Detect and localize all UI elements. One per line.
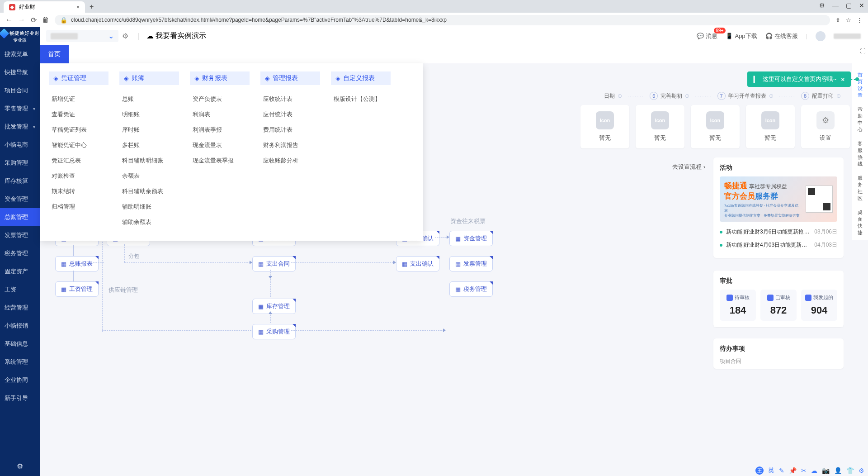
online-service-button[interactable]: 🎧 在线客服 [765,32,798,40]
sidebar-item-12[interactable]: 固定资产 [0,262,40,281]
menu-category-4[interactable]: ◈自定义报表 [331,71,391,85]
browser-tab[interactable]: ◆ 好业财 × [4,1,85,13]
rail-item-2[interactable]: 客服热线 [856,137,864,171]
menu-link-0-5[interactable]: 对账检查 [49,168,115,184]
ime-icon[interactable]: 王 [755,466,764,475]
approval-card-0[interactable]: 待审核184 [720,290,756,321]
fullscreen-icon[interactable]: ⛶ [860,48,865,54]
sidebar-item-5[interactable]: 小畅电商 [0,136,40,154]
sidebar-item-18[interactable]: 企业协同 [0,371,40,389]
ime-mode[interactable]: 英 [768,466,774,475]
menu-link-1-5[interactable]: 余额表 [119,168,185,184]
node-expense[interactable]: ▦支出合同 [252,256,296,271]
rail-item-3[interactable]: 服务社区 [856,171,864,205]
menu-icon[interactable]: ⋮ [857,17,863,24]
messages-button[interactable]: 💬 消息 99+ [697,32,717,40]
step-3[interactable]: 8配置打印⊙ [801,92,841,100]
sidebar-item-10[interactable]: 发票管理 [0,226,40,244]
menu-link-0-3[interactable]: 智能凭证中心 [49,138,115,153]
sidebar-item-17[interactable]: 系统管理 [0,353,40,371]
quick-card-1[interactable]: Icon暂无 [636,105,684,148]
menu-link-3-0[interactable]: 应收统计表 [260,91,326,107]
sidebar-item-7[interactable]: 库存核算 [0,172,40,190]
tip-close-icon[interactable]: × [841,76,844,83]
scissors-tray-icon[interactable]: ✂ [801,467,807,474]
sidebar-item-14[interactable]: 经营管理 [0,299,40,317]
new-tab-button[interactable]: + [85,1,98,13]
org-settings-icon[interactable]: ⚙ [122,32,128,40]
sidebar-item-8[interactable]: 资金管理 [0,190,40,208]
node-salary[interactable]: ▦工资管理 [55,281,99,297]
menu-link-0-4[interactable]: 凭证汇总表 [49,153,115,168]
menu-link-1-4[interactable]: 科目辅助明细账 [119,153,185,168]
node-expense-confirm[interactable]: ▦支出确认 [396,256,439,271]
sidebar-item-13[interactable]: 工资 [0,281,40,299]
menu-category-1[interactable]: ◈账簿 [119,71,179,85]
node-purchase[interactable]: ▦采购管理 [252,324,296,339]
rail-item-0[interactable]: 首页设置 [856,68,864,102]
menu-link-2-4[interactable]: 现金流量表季报 [190,153,256,168]
menu-link-2-0[interactable]: 资产负债表 [190,91,256,107]
address-bar[interactable]: 🔒 cloud.chanjet.com/cc/u6d89qwnryel/57bf… [55,15,830,25]
menu-link-1-2[interactable]: 序时账 [119,122,185,138]
window-minimize-icon[interactable]: — [832,2,839,9]
camera-tray-icon[interactable]: 📷 [822,467,830,474]
tab-home[interactable]: 首页 [40,45,69,63]
menu-link-0-6[interactable]: 期末结转 [49,184,115,199]
org-selector[interactable]: ⌄ [46,30,118,42]
sidebar-item-0[interactable]: 搜索菜单 [0,45,40,63]
menu-category-0[interactable]: ◈凭证管理 [49,71,108,85]
person-tray-icon[interactable]: 👤 [834,467,842,474]
node-funds[interactable]: ▦资金管理 [449,231,493,246]
pin-tray-icon[interactable]: 📌 [789,467,797,474]
quick-card-0[interactable]: Icon暂无 [580,105,629,148]
nav-delete-icon[interactable]: 🗑 [42,16,49,24]
sidebar-item-4[interactable]: 批发管理▾ [0,118,40,136]
menu-link-3-4[interactable]: 应收账龄分析 [260,153,326,168]
quick-card-3[interactable]: Icon暂无 [746,105,795,148]
edit-tray-icon[interactable]: ✎ [779,467,784,474]
window-close-icon[interactable]: ✕ [859,2,864,9]
menu-link-2-3[interactable]: 现金流量表 [190,138,256,153]
menu-link-3-2[interactable]: 费用统计表 [260,122,326,138]
rail-item-4[interactable]: 桌面快捷 [856,205,864,240]
gear-tray-icon[interactable]: ⚙ [859,467,864,474]
sidebar-item-9[interactable]: 总账管理 [0,208,40,226]
approval-card-2[interactable]: 我发起的904 [801,290,837,321]
sidebar-settings-icon[interactable]: ⚙ [0,457,40,476]
menu-link-1-6[interactable]: 科目辅助余额表 [119,184,185,199]
quick-card-2[interactable]: Icon暂无 [691,105,740,148]
sidebar-item-3[interactable]: 零售管理▾ [0,100,40,118]
quick-card-settings[interactable]: ⚙设置 [801,105,850,148]
menu-link-0-0[interactable]: 新增凭证 [49,91,115,107]
shirt-tray-icon[interactable]: 👕 [846,467,854,474]
menu-link-1-8[interactable]: 辅助余额表 [119,214,185,230]
avatar[interactable] [816,31,826,41]
nav-forward-icon[interactable]: → [18,16,25,24]
sidebar-item-15[interactable]: 小畅报销 [0,317,40,335]
approval-card-1[interactable]: 已审核872 [760,290,797,321]
share-icon[interactable]: ⇪ [835,17,840,24]
tab-close-icon[interactable]: × [76,4,80,10]
menu-link-1-1[interactable]: 明细账 [119,107,185,122]
step-2[interactable]: 7学习开单查报表⊙ [717,92,774,100]
menu-link-1-7[interactable]: 辅助明细账 [119,199,185,214]
app-download-button[interactable]: 📱 App下载 [726,32,757,40]
sidebar-item-6[interactable]: 采购管理 [0,154,40,172]
sidebar-item-16[interactable]: 基础信息 [0,335,40,353]
menu-link-0-2[interactable]: 草稿凭证列表 [49,122,115,138]
configure-flow-link[interactable]: 去设置流程 › [672,163,705,171]
news-item-1[interactable]: 新功能|好业财4月03日功能更新抢先知04月03日 [720,238,837,252]
node-tax[interactable]: ▦税务管理 [449,281,493,297]
step-0[interactable]: 日期⊙ [604,92,622,100]
cloud-tray-icon[interactable]: ☁ [811,467,817,474]
sidebar-item-19[interactable]: 新手引导 [0,389,40,407]
sidebar-item-11[interactable]: 税务管理 [0,244,40,262]
activity-banner[interactable]: 畅捷通 享社群专属权益 官方会员服务群 7x15h客诉顾问在线答疑 · 社群会员… [720,176,837,222]
bookmark-icon[interactable]: ☆ [846,17,851,24]
menu-link-1-0[interactable]: 总账 [119,91,185,107]
menu-link-4-0[interactable]: 模版设计【公测】 [331,91,397,107]
menu-link-1-3[interactable]: 多栏账 [119,138,185,153]
sidebar-item-1[interactable]: 快捷导航 [0,63,40,81]
menu-link-3-3[interactable]: 财务利润报告 [260,138,326,153]
